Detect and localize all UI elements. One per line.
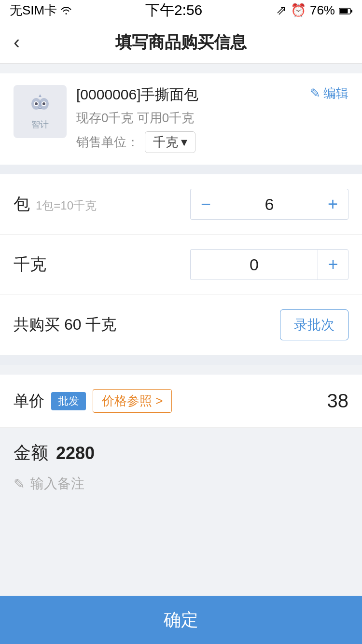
svg-point-7 [35,102,38,105]
svg-point-8 [42,102,45,105]
kg-controls: + [190,249,348,280]
wifi-icon [61,3,71,18]
price-ref-label: 价格参照 > [102,392,163,409]
product-section: 智计 [0000006]手撕面包 现存0千克 可用0千克 销售单位： 千克 ▾ … [0,73,362,165]
section-divider-2 [0,355,362,365]
kg-plus-icon: + [328,254,338,275]
remark-row[interactable]: ✎ 输入备注 [14,475,348,493]
svg-rect-2 [351,10,352,13]
price-value: 38 [327,390,349,412]
svg-rect-1 [339,9,348,14]
pack-label-text: 包 [14,193,30,215]
product-info: [0000006]手撕面包 现存0千克 可用0千克 销售单位： 千克 ▾ [76,85,348,153]
chevron-down-icon: ▾ [181,135,187,150]
svg-marker-9 [39,94,42,97]
price-section: 单价 批发 价格参照 > 38 [0,375,362,428]
price-tag: 批发 [51,392,86,410]
pencil-icon: ✎ [14,476,25,492]
product-stock: 现存0千克 可用0千克 [76,110,348,126]
pack-plus-button[interactable]: + [318,189,348,220]
page-title: 填写商品购买信息 [115,31,247,54]
minus-icon: − [201,194,211,214]
kg-plus-button[interactable]: + [318,249,348,280]
status-left: 无SIM卡 [10,2,71,19]
location-icon: ⇗ [276,3,287,18]
edit-button[interactable]: ✎ 编辑 [310,85,348,102]
kg-quantity-row: 千克 + [14,249,348,280]
pack-controls: − + [190,189,348,220]
confirm-button[interactable]: 确定 [0,596,362,644]
amount-label: 金额 [14,441,48,465]
kg-quantity-input[interactable] [190,249,318,280]
status-bar: 无SIM卡 下午2:56 ⇗ ⏰ 76% [0,0,362,21]
pack-quantity-section: 包 1包=10千克 − + [0,174,362,235]
product-thumb-label: 智计 [31,119,49,130]
price-label: 单价 [14,391,44,412]
price-label-row: 单价 批发 价格参照 > [14,389,172,413]
edit-icon: ✎ [310,86,320,101]
amount-value: 2280 [56,443,95,463]
status-time: 下午2:56 [145,0,202,20]
kg-quantity-section: 千克 + [0,235,362,295]
back-button[interactable]: ‹ [14,31,20,53]
pack-quantity-input[interactable] [221,189,318,220]
product-thumb-icon [28,93,53,117]
pack-minus-button[interactable]: − [190,189,221,220]
total-section: 共购买 60 千克 录批次 [0,295,362,355]
amount-section: 金额 2280 ✎ 输入备注 [0,428,362,498]
unit-select[interactable]: 千克 ▾ [145,131,195,153]
unit-value: 千克 [153,134,178,151]
plus-icon: + [328,194,338,214]
carrier-text: 无SIM卡 [10,2,57,19]
pack-label: 包 1包=10千克 [14,193,97,215]
kg-label-text: 千克 [14,253,46,276]
pack-quantity-row: 包 1包=10千克 − + [14,189,348,220]
total-text: 共购买 60 千克 [14,314,116,336]
section-divider-1 [0,165,362,174]
kg-label: 千克 [14,253,46,276]
edit-label: 编辑 [323,85,348,102]
battery-icon [339,3,352,18]
product-name: [0000006]手撕面包 [76,85,348,105]
battery-percent: 76% [310,3,335,18]
nav-bar: ‹ 填写商品购买信息 [0,21,362,64]
remark-placeholder: 输入备注 [30,475,84,493]
product-thumbnail: 智计 [14,85,67,138]
pack-sublabel: 1包=10千克 [36,198,97,213]
status-right: ⇗ ⏰ 76% [276,3,352,18]
unit-label: 销售单位： [76,134,139,151]
product-unit-row: 销售单位： 千克 ▾ [76,131,348,153]
amount-row: 金额 2280 [14,441,348,465]
price-reference-button[interactable]: 价格参照 > [93,389,172,413]
alarm-icon: ⏰ [291,3,306,18]
batch-button[interactable]: 录批次 [280,309,348,340]
